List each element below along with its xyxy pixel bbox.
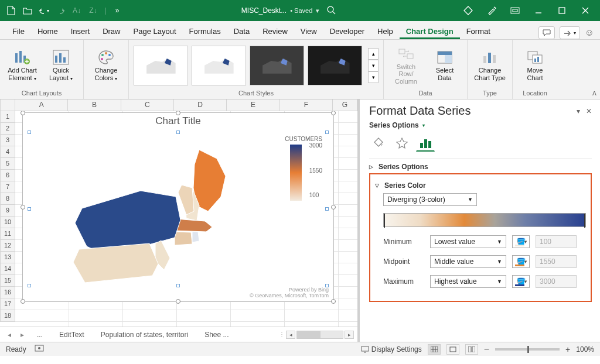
row-header[interactable]: 13 (0, 252, 15, 263)
search-icon[interactable] (326, 5, 340, 16)
change-colors-button[interactable]: Change Colors ▾ (88, 47, 124, 84)
tab-view[interactable]: View (294, 23, 323, 39)
page-break-view-button[interactable] (465, 344, 478, 355)
series-options-section[interactable]: ▷Series Options (369, 159, 592, 174)
add-chart-element-button[interactable]: Add Chart Element ▾ (5, 47, 40, 84)
ribbon-collapse-icon[interactable]: ᐱ (592, 90, 596, 97)
select-data-button[interactable]: Select Data (427, 47, 462, 84)
tab-insert[interactable]: Insert (64, 23, 97, 39)
row-header[interactable]: 9 (0, 205, 15, 217)
row-header[interactable]: 8 (0, 193, 15, 205)
display-settings-button[interactable]: Display Settings (361, 345, 422, 353)
styles-expand[interactable]: ▾ (368, 71, 379, 83)
pane-close-icon[interactable]: ✕ (586, 107, 592, 115)
styles-scroll-down[interactable]: ▾ (368, 60, 379, 71)
tab-draw[interactable]: Draw (96, 23, 127, 39)
row-header[interactable]: 15 (0, 275, 15, 287)
tab-developer[interactable]: Developer (323, 23, 371, 39)
pane-collapse-icon[interactable]: ▾ (577, 107, 580, 115)
column-header[interactable]: G (333, 99, 357, 111)
row-header[interactable]: 16 (0, 287, 15, 298)
zoom-out-button[interactable]: − (484, 344, 489, 355)
undo-icon[interactable]: ▾ (36, 3, 52, 18)
chart-plot-area[interactable]: CUSTOMERS 3000 1550 100 (29, 132, 328, 286)
tab-formulas[interactable]: Formulas (183, 23, 227, 39)
tab-review[interactable]: Review (256, 23, 294, 39)
maximize-button[interactable] (551, 2, 573, 19)
series-color-header[interactable]: ▽Series Color (375, 178, 586, 193)
sheet-tab-overflow[interactable]: ... (29, 328, 50, 342)
midpoint-color-picker[interactable]: 🪣▼ (512, 255, 530, 268)
column-header[interactable]: D (174, 99, 227, 111)
tab-help[interactable]: Help (371, 23, 400, 39)
zoom-level[interactable]: 100% (576, 345, 594, 353)
chevron-down-icon[interactable]: ▾ (421, 123, 425, 128)
ribbon-mode-icon[interactable] (504, 2, 526, 19)
share-button[interactable]: ▾ (560, 26, 580, 39)
row-header[interactable]: 11 (0, 228, 15, 240)
tab-data[interactable]: Data (227, 23, 256, 39)
document-title[interactable]: MISC_Deskt... • Saved ▾ (241, 6, 319, 15)
color-type-dropdown[interactable]: Diverging (3-color)▼ (383, 193, 477, 206)
row-header[interactable]: 1 (0, 111, 15, 123)
chart-style-4[interactable] (308, 46, 362, 85)
row-header[interactable]: 17 (0, 298, 15, 310)
sheet-nav-next[interactable]: ▸ (16, 331, 28, 339)
comments-button[interactable] (538, 26, 555, 39)
hscroll-right[interactable]: ▸ (345, 331, 354, 339)
chart-object[interactable]: Chart Title (22, 112, 334, 302)
gradient-preview[interactable] (383, 213, 586, 227)
diamond-icon[interactable] (457, 2, 479, 19)
macro-record-icon[interactable] (35, 344, 44, 354)
column-header[interactable]: F (280, 99, 333, 111)
tab-format[interactable]: Format (460, 23, 497, 39)
chart-style-1[interactable] (134, 46, 188, 85)
row-header[interactable]: 7 (0, 181, 15, 193)
row-header[interactable]: 10 (0, 217, 15, 228)
move-chart-button[interactable]: Move Chart (517, 47, 553, 84)
minimum-color-picker[interactable]: 🪣▼ (512, 235, 530, 248)
styles-scroll-up[interactable]: ▴ (368, 48, 379, 60)
tab-page-layout[interactable]: Page Layout (127, 23, 183, 39)
series-tab-icon[interactable] (416, 134, 435, 152)
row-header[interactable]: 3 (0, 135, 15, 146)
zoom-slider[interactable] (495, 348, 560, 351)
title-dropdown-icon[interactable]: ▾ (316, 7, 319, 15)
row-header[interactable]: 5 (0, 158, 15, 170)
open-file-icon[interactable] (20, 3, 35, 18)
cell-grid[interactable]: Chart Title (15, 111, 357, 327)
new-file-icon[interactable] (4, 3, 19, 18)
chart-style-2[interactable] (192, 46, 246, 85)
midpoint-dropdown[interactable]: Middle value▼ (430, 255, 506, 268)
map-chart[interactable] (47, 144, 240, 290)
qat-overflow-icon[interactable]: » (110, 3, 125, 18)
row-header[interactable]: 6 (0, 170, 15, 181)
page-layout-view-button[interactable] (446, 344, 459, 355)
tab-chart-design[interactable]: Chart Design (400, 23, 460, 39)
column-header[interactable]: A (15, 99, 68, 111)
sheet-nav-prev[interactable]: ◂ (4, 331, 15, 339)
hscroll-thumb[interactable] (297, 331, 321, 338)
zoom-slider-thumb[interactable] (527, 346, 529, 353)
effects-tab-icon[interactable] (393, 134, 411, 152)
tab-file[interactable]: File (6, 23, 31, 39)
maximum-color-picker[interactable]: 🪣▼ (512, 275, 530, 288)
pane-subtitle[interactable]: Series Options (369, 121, 419, 129)
column-header[interactable]: E (227, 99, 279, 111)
close-button[interactable] (574, 2, 596, 19)
brush-icon[interactable] (480, 2, 503, 19)
sheet-tab[interactable]: Population of states, territori (93, 328, 196, 342)
chart-title[interactable]: Chart Title (23, 115, 333, 127)
quick-layout-button[interactable]: Quick Layout ▾ (43, 47, 79, 84)
account-icon[interactable]: ☺ (585, 28, 594, 38)
row-header[interactable]: 12 (0, 240, 15, 252)
chart-style-3[interactable] (250, 46, 304, 85)
normal-view-button[interactable] (428, 344, 441, 355)
change-chart-type-button[interactable]: Change Chart Type (472, 47, 507, 84)
fill-tab-icon[interactable] (369, 134, 388, 152)
maximum-dropdown[interactable]: Highest value▼ (430, 275, 506, 288)
hscroll-track[interactable] (296, 331, 343, 339)
column-header[interactable]: C (121, 99, 174, 111)
row-header[interactable]: 2 (0, 123, 15, 135)
zoom-in-button[interactable]: + (565, 345, 570, 354)
